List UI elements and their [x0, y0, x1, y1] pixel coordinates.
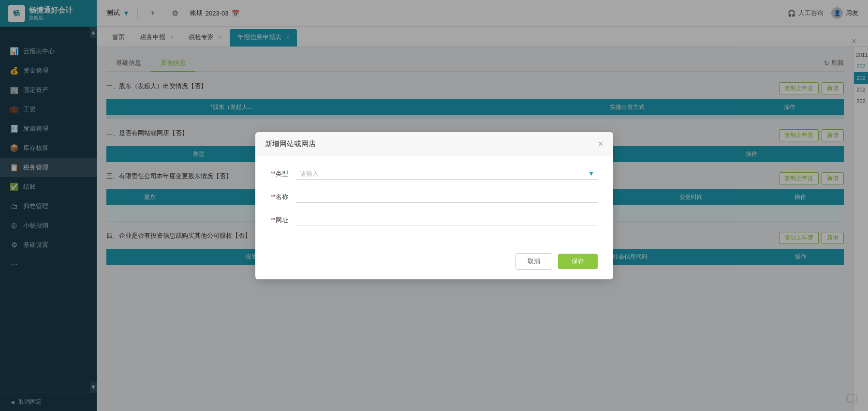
save-button[interactable]: 保存 — [558, 254, 598, 269]
type-input[interactable] — [296, 168, 598, 179]
form-row-type: **类型 ▼ — [271, 168, 598, 180]
form-row-name: **名称 — [271, 191, 598, 203]
name-label: **名称 — [271, 193, 290, 201]
dialog-header: 新增网站或网店 × — [255, 132, 613, 156]
name-input-wrap[interactable] — [296, 191, 598, 203]
url-label: **网址 — [271, 216, 290, 225]
add-website-dialog: 新增网站或网店 × **类型 ▼ **名称 — [255, 132, 613, 279]
url-input-wrap[interactable] — [296, 214, 598, 226]
dialog-body: **类型 ▼ **名称 **网址 — [255, 156, 613, 245]
dialog-overlay[interactable]: 新增网站或网店 × **类型 ▼ **名称 — [0, 0, 868, 411]
name-input[interactable] — [296, 191, 598, 202]
url-input[interactable] — [296, 214, 598, 226]
cancel-button[interactable]: 取消 — [515, 253, 552, 270]
type-dropdown-arrow: ▼ — [588, 169, 595, 177]
form-row-url: **网址 — [271, 214, 598, 226]
dialog-footer: 取消 保存 — [255, 245, 613, 279]
type-input-wrap[interactable]: ▼ — [296, 168, 598, 180]
dialog-close-button[interactable]: × — [598, 139, 603, 149]
type-label: **类型 — [271, 169, 290, 178]
dialog-title: 新增网站或网店 — [265, 139, 316, 149]
